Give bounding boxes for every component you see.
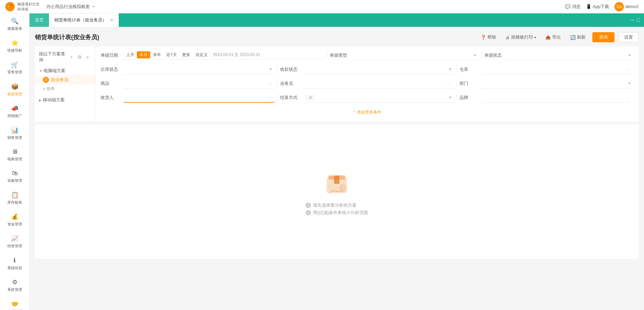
sidebar-label-search: 搜索菜单 xyxy=(7,26,22,31)
separator-1 xyxy=(327,51,327,59)
date-btn-lastmonth[interactable]: 上月 xyxy=(123,51,137,58)
window-minimize-button[interactable]: ─ xyxy=(630,17,634,23)
department-control[interactable]: ▾ xyxy=(482,79,633,89)
goods-control[interactable]: ··· xyxy=(123,79,274,89)
sidebar: 🔍 搜索菜单 ⭐ 快捷导航 🛒 零售管理 📦 批发管理 📣 营销推广 📊 销售管… xyxy=(0,13,30,310)
sidebar-label-basic: 基础信息 xyxy=(7,265,22,270)
filter-warehouse-field: 仓库 ··· xyxy=(460,64,633,74)
scheme-collapse-button[interactable]: « xyxy=(84,54,91,60)
sidebar-item-sales[interactable]: 📊 销售管理 xyxy=(0,122,29,144)
date-btn-thismonth[interactable]: 本月 xyxy=(137,51,150,58)
sidebar-item-marketing[interactable]: 📣 营销推广 xyxy=(0,101,29,122)
settle-control[interactable]: ✕ ▾ xyxy=(303,93,454,103)
sidebar-item-wholesale[interactable]: 📦 批发管理 xyxy=(0,79,29,101)
salesman-label: 业务员 xyxy=(280,81,300,87)
refresh-button[interactable]: 🔄 刷新 xyxy=(568,33,588,42)
scheme-group-mobile-header[interactable]: ▶ 移动端方案 xyxy=(35,96,95,104)
company-dropdown-arrow[interactable]: ▾ xyxy=(93,5,94,8)
warehouse-control[interactable]: ··· xyxy=(482,64,633,74)
logo-line2: 标准版 xyxy=(17,7,40,11)
scheme-actions: ＋ ⚙ « xyxy=(68,54,91,60)
scheme-item-salesman[interactable]: 员 按业务员 xyxy=(35,75,95,85)
scheme-group-pc-header[interactable]: ▼ 电脑端方案 xyxy=(35,66,95,75)
collapse-label: 收起更多条件 xyxy=(357,109,381,115)
sidebar-item-operation[interactable]: 📈 经营管理 xyxy=(0,231,29,253)
inventory-icon: 📋 xyxy=(11,191,18,199)
bill-status-control[interactable]: ▾ xyxy=(507,50,633,60)
filter-outstatus-field: 出库状态 ▾ xyxy=(101,64,274,74)
date-btn-thisyear[interactable]: 本年 xyxy=(150,51,164,58)
sidebar-item-search[interactable]: 🔍 搜索菜单 xyxy=(0,13,29,35)
collect-status-control[interactable]: ▾ xyxy=(303,64,454,74)
date-controls: 上月 本月 本年 近7天 更多 自定义 2023-03-01 至 2023-03… xyxy=(123,51,324,59)
print-icon: 🖨 xyxy=(505,35,510,40)
separator-8 xyxy=(457,94,457,102)
tab-home[interactable]: 首页 xyxy=(30,13,49,27)
basic-icon: ℹ xyxy=(13,257,16,264)
brand-control[interactable]: ··· xyxy=(482,93,633,103)
user-label: demo2 xyxy=(625,4,639,9)
settle-tag-close[interactable]: ✕ xyxy=(309,95,312,100)
sidebar-item-retail[interactable]: 🛒 零售管理 xyxy=(0,57,29,79)
page-actions: ❓ 帮助 🖨 按模板打印 ▾ 📤 导出 🔄 刷新 xyxy=(478,32,639,42)
empty-state: ! 1 请先选择要分析的方案 2 用[过滤]条件来缩小分析范围 xyxy=(306,166,368,217)
out-status-control[interactable]: ▾ xyxy=(123,64,274,74)
filter-panel: 按以下方案查询 ＋ ⚙ « ▼ 电脑端方案 员 xyxy=(35,46,639,122)
filter-department-field: 部门 ▾ xyxy=(460,79,633,89)
collapse-button[interactable]: ⌃ 收起更多条件 xyxy=(101,107,633,118)
print-button[interactable]: 🖨 按模板打印 ▾ xyxy=(503,33,539,42)
enterprise-icon: 🤝 xyxy=(11,300,18,308)
collapse-icon: ⌃ xyxy=(353,110,356,115)
bill-type-control[interactable]: ▾ xyxy=(353,50,479,60)
salesman-control[interactable]: ··· xyxy=(303,79,454,89)
date-btn-more[interactable]: 更多 xyxy=(179,51,193,58)
receiver-control[interactable]: ··· xyxy=(123,93,274,103)
department-arrow: ▾ xyxy=(629,81,631,86)
scheme-sub-order-label: 按单 xyxy=(47,86,55,92)
app-download-button[interactable]: 📱 App下载 xyxy=(586,4,609,10)
scheme-item-icon: 员 xyxy=(43,77,49,83)
bill-status-label: 单据状态 xyxy=(484,52,504,58)
tab-report[interactable]: 销货单统计表（按业务员） ✕ xyxy=(49,13,119,27)
scheme-add-button[interactable]: ＋ xyxy=(68,54,75,60)
sidebar-item-ecommerce[interactable]: 🖥 电商管理 xyxy=(0,144,29,166)
search-icon: 🔍 xyxy=(11,17,18,25)
scheme-sub-group-order[interactable]: ≡ 按单 xyxy=(35,85,95,93)
sidebar-item-system[interactable]: ⚙ 系统管理 xyxy=(0,274,29,296)
scheme-header: 按以下方案查询 ＋ ⚙ « xyxy=(35,49,95,65)
sidebar-item-purchase[interactable]: 🛍 采购管理 xyxy=(0,166,29,187)
sidebar-label-inventory: 库存核算 xyxy=(7,200,22,205)
refresh-label: 刷新 xyxy=(577,34,586,40)
separator-6 xyxy=(457,80,457,88)
sidebar-item-finance[interactable]: 💰 资金管理 xyxy=(0,209,29,231)
help-button[interactable]: ❓ 帮助 xyxy=(478,33,499,42)
top-bar: 🍊 畅捷通好生意 标准版 办公用品行业模拟账套 ▾ 💬 消息 📱 App下载 E… xyxy=(0,0,644,13)
sidebar-item-enterprise[interactable]: 🤝 企业协同 xyxy=(0,296,29,310)
sidebar-item-inventory[interactable]: 📋 库存核算 xyxy=(0,187,29,209)
system-icon: ⚙ xyxy=(12,278,17,286)
message-button[interactable]: 💬 消息 xyxy=(565,4,581,10)
tab-close-icon[interactable]: ✕ xyxy=(110,18,113,22)
settings-button[interactable]: 设置 xyxy=(619,32,639,42)
message-label: 消息 xyxy=(572,4,581,10)
purchase-icon: 🛍 xyxy=(12,170,18,177)
date-btn-custom[interactable]: 自定义 xyxy=(193,51,210,58)
sidebar-item-shortcut[interactable]: ⭐ 快捷导航 xyxy=(0,35,29,57)
query-button[interactable]: 查询 xyxy=(592,32,614,42)
scheme-settings-button[interactable]: ⚙ xyxy=(76,54,83,60)
sidebar-label-marketing: 营销推广 xyxy=(7,113,22,118)
page-content: 销货单统计表(按业务员) ❓ 帮助 🖨 按模板打印 ▾ 📤 导出 xyxy=(30,27,644,310)
export-button[interactable]: 📤 导出 xyxy=(543,33,564,42)
sidebar-label-sales: 销售管理 xyxy=(7,135,22,140)
logo-icon: 🍊 xyxy=(5,2,15,11)
date-btn-7days[interactable]: 近7天 xyxy=(164,51,179,58)
sidebar-item-basic[interactable]: ℹ 基础信息 xyxy=(0,253,29,274)
window-maximize-button[interactable]: □ xyxy=(637,17,640,23)
print-dropdown-icon: ▾ xyxy=(534,36,536,39)
refresh-icon: 🔄 xyxy=(570,35,576,40)
out-status-arrow: ▾ xyxy=(270,67,272,71)
sidebar-label-finance: 资金管理 xyxy=(7,222,22,227)
order-icon: ≡ xyxy=(43,87,45,91)
user-menu[interactable]: Ea demo2 xyxy=(614,2,639,11)
hint-text-1: 请先选择要分析的方案 xyxy=(313,202,357,208)
